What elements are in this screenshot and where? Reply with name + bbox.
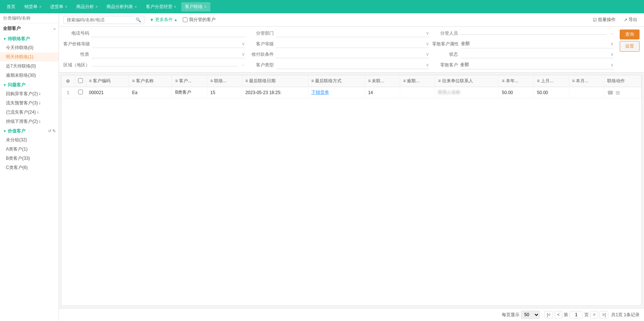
row-checkbox[interactable] bbox=[78, 90, 83, 94]
chevron-down-icon: ∨ bbox=[242, 52, 245, 57]
close-icon[interactable]: × bbox=[134, 4, 137, 9]
search-toolbar: 🔍 ▼ 更多条件 ▲ 我分管的客户 ☑ 批量操作 ↗ 导出 bbox=[59, 13, 644, 27]
grid-action-icon[interactable]: ⊞ bbox=[616, 90, 620, 96]
filter-payment-select[interactable]: ∨ bbox=[276, 51, 430, 58]
filter-retail-customer: 零散客户 全部 ∨ bbox=[432, 61, 614, 69]
nav-product-analysis-list[interactable]: 商品分析列表 × bbox=[103, 2, 140, 11]
filter-customer-type-select[interactable]: ∨ bbox=[276, 61, 430, 69]
total-label: 共1页 1条记录 bbox=[611, 312, 640, 318]
chevron-down-icon: ∨ bbox=[426, 52, 429, 57]
nav-product-analysis[interactable]: 商品分析 × bbox=[73, 2, 101, 11]
sidebar-item-abnormal-repurchase[interactable]: 回购异常客户(2) ℹ bbox=[0, 89, 59, 99]
filter-phone-input[interactable] bbox=[91, 30, 245, 37]
col-settings[interactable]: ⚙ bbox=[62, 75, 75, 87]
col-no-contact-days[interactable]: ≡ 未联... bbox=[365, 75, 400, 87]
filter-dept-select[interactable]: ∨ bbox=[276, 30, 430, 37]
col-contacts[interactable]: ≡ 联络... bbox=[207, 75, 242, 87]
sidebar-item-today-contact[interactable]: 今天待联络(0) bbox=[0, 43, 59, 52]
first-page-btn[interactable]: |< bbox=[544, 311, 553, 318]
sidebar-item-churn-warning[interactable]: 流失预警客户(3) ℹ bbox=[0, 99, 59, 108]
prev-page-btn[interactable]: < bbox=[554, 311, 562, 318]
filter-price-grade: 客户价格等级 ∨ bbox=[63, 40, 245, 48]
col-this-month[interactable]: ≡ 本月... bbox=[569, 75, 604, 87]
filter-actions: 查询 设置 bbox=[620, 30, 640, 69]
edit-icon[interactable]: ✎ bbox=[52, 129, 56, 134]
filter-grade-select[interactable]: ∨ bbox=[276, 40, 430, 48]
col-last-contact-method[interactable]: ≡ 最后联络方式 bbox=[308, 75, 365, 87]
sidebar-item-class-a[interactable]: A类客户(1) bbox=[0, 145, 59, 154]
nav-customer-segment[interactable]: 客户分层经营 × bbox=[142, 2, 180, 11]
last-page-btn[interactable]: >| bbox=[599, 311, 608, 318]
nav-customer-contact[interactable]: 客户联络 × bbox=[181, 2, 210, 11]
all-customers-label: 全部客户 bbox=[3, 25, 21, 32]
my-customers-checkbox[interactable] bbox=[183, 17, 188, 22]
sidebar-item-overdue-contact[interactable]: 逾期未联络(30) bbox=[0, 71, 59, 80]
select-all-checkbox[interactable] bbox=[78, 78, 83, 83]
cell-last-contact-date: 2023-05-23 18:25: bbox=[242, 87, 308, 98]
close-icon[interactable]: × bbox=[39, 4, 41, 9]
main-layout: 🔍 全部客户 « ▼ 待联络客户 今天待联络(0) 明天待联络(1) 近7天待联… bbox=[0, 13, 644, 321]
sidebar-search-input[interactable] bbox=[3, 15, 58, 21]
col-contact-person[interactable]: ≡ 往来单位联系人 bbox=[435, 75, 499, 87]
sidebar-item-class-b[interactable]: B类客户(33) bbox=[0, 154, 59, 163]
phone-action-icon[interactable]: ☎ bbox=[607, 90, 613, 96]
sidebar-item-tomorrow-contact[interactable]: 明天待联络(1) bbox=[0, 52, 59, 62]
col-customer-code[interactable]: ≡ 客户编码 bbox=[86, 75, 129, 87]
sidebar-item-7day-contact[interactable]: 近7天待联络(0) bbox=[0, 62, 59, 71]
all-customers-header[interactable]: 全部客户 « bbox=[0, 23, 59, 34]
refresh-icon[interactable]: ↺ bbox=[48, 129, 51, 134]
query-button[interactable]: 查询 bbox=[620, 30, 640, 39]
chevron-down-icon: ∨ bbox=[610, 52, 614, 57]
export-btn[interactable]: ↗ 导出 bbox=[622, 15, 640, 24]
more-icon[interactable]: ··· bbox=[610, 31, 614, 36]
sidebar-item-declining[interactable]: 持续下滑客户(2) ℹ bbox=[0, 117, 59, 126]
filter-region-select[interactable] bbox=[92, 64, 238, 66]
page-number-input[interactable] bbox=[570, 311, 583, 318]
col-last-month[interactable]: ≡ 上月... bbox=[534, 75, 569, 87]
nav-purchase-order[interactable]: 进货单 × bbox=[46, 2, 71, 11]
filter-price-grade-select[interactable]: ∨ bbox=[92, 40, 245, 48]
collapse-icon[interactable]: « bbox=[53, 27, 56, 31]
set-button[interactable]: 设置 bbox=[620, 41, 640, 52]
close-icon[interactable]: × bbox=[174, 4, 176, 9]
col-checkbox[interactable] bbox=[75, 75, 86, 87]
more-filters-btn[interactable]: ▼ 更多条件 ▲ bbox=[147, 15, 180, 24]
action-icons: ☎ ⊞ bbox=[607, 90, 638, 96]
filter-status-select[interactable]: ∨ bbox=[460, 51, 614, 58]
sidebar-item-class-c[interactable]: C类客户(6) bbox=[0, 163, 59, 172]
more-icon[interactable]: ··· bbox=[241, 62, 245, 68]
per-page-select[interactable]: 50 100 200 bbox=[521, 311, 540, 319]
bulk-ops-btn[interactable]: ☑ 批量操作 bbox=[591, 15, 618, 24]
nav-home[interactable]: 首页 bbox=[3, 2, 19, 11]
page-label: 第 bbox=[564, 312, 568, 318]
cell-no-contact-days: 14 bbox=[365, 87, 400, 98]
cell-checkbox[interactable] bbox=[75, 87, 86, 98]
triangle-icon: ▼ bbox=[3, 83, 7, 87]
col-customer-name[interactable]: ≡ 客户名称 bbox=[129, 75, 172, 87]
search-icon[interactable]: 🔍 bbox=[136, 17, 141, 23]
close-icon[interactable]: × bbox=[65, 4, 67, 9]
search-input-wrap[interactable]: 🔍 bbox=[63, 16, 144, 24]
cell-actions: ☎ ⊞ bbox=[604, 87, 641, 98]
contact-method-link[interactable]: 下销货单 bbox=[311, 90, 329, 95]
sidebar-item-ungrouped[interactable]: 未分组(32) bbox=[0, 135, 59, 145]
next-page-btn[interactable]: > bbox=[590, 311, 598, 318]
filter-status-label: 状态 bbox=[432, 51, 458, 58]
filter-person-select[interactable] bbox=[460, 32, 606, 35]
nav-sales-order[interactable]: 销货单 × bbox=[21, 2, 45, 11]
filter-retail-attr-select[interactable]: 全部 ∨ bbox=[461, 39, 614, 48]
col-last-contact-date[interactable]: ≡ 最后联络日期 bbox=[242, 75, 308, 87]
close-icon[interactable]: × bbox=[204, 4, 206, 9]
col-overdue[interactable]: ≡ 逾期... bbox=[400, 75, 435, 87]
group-value-customers: ▼ 价值客户 ↺ ✎ bbox=[0, 126, 59, 135]
close-icon[interactable]: × bbox=[95, 4, 98, 9]
col-customer-type[interactable]: ≡ 客户... bbox=[172, 75, 207, 87]
filter-nature-select[interactable]: ∨ bbox=[91, 51, 245, 58]
cell-last-contact-method[interactable]: 下销货单 bbox=[308, 87, 365, 98]
filter-dept: 分管部门 ∨ bbox=[248, 30, 430, 37]
search-input[interactable] bbox=[67, 17, 134, 23]
filter-retail-attr: 零散客户属性 全部 ∨ bbox=[432, 39, 614, 48]
sidebar-item-churned[interactable]: 已流失客户(24) ℹ bbox=[0, 108, 59, 117]
col-this-year[interactable]: ≡ 本年... bbox=[499, 75, 534, 87]
filter-retail-customer-select[interactable]: 全部 ∨ bbox=[460, 61, 614, 69]
